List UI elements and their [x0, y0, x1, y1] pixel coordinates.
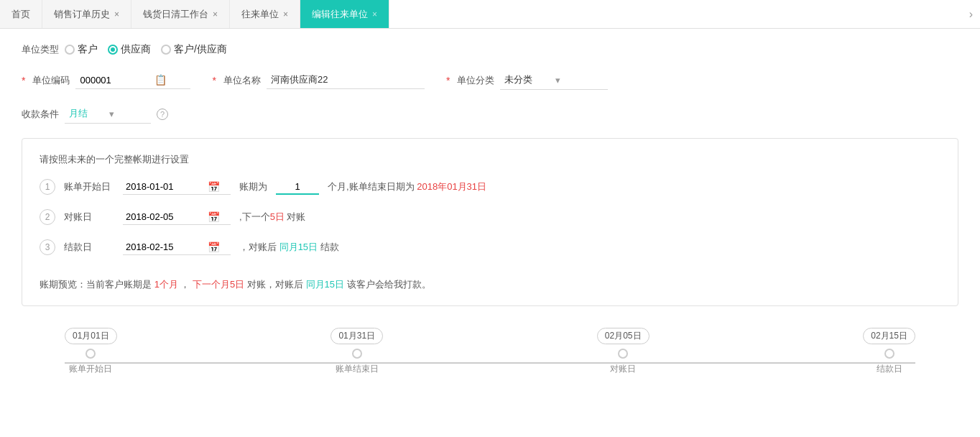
radio-customer-supplier-label: 客户/供应商: [174, 43, 227, 56]
main-content: 单位类型 客户 供应商 客户/供应商 * 单位编码: [0, 29, 980, 437]
preview-sep1: ，: [180, 279, 190, 290]
period-settings-section: 请按照未来的一个完整帐期进行设置 1 账单开始日 📅 账期为 个月,账单结束日期…: [22, 138, 958, 306]
step-1-period-input[interactable]: [276, 180, 319, 195]
step-2-calendar-icon[interactable]: 📅: [208, 211, 220, 223]
step-1-desc-before: 账期为: [239, 180, 267, 193]
unit-category-item: * 单位分类 未分类 ▾: [446, 70, 608, 90]
timeline-dot-3: [618, 349, 628, 359]
tab-more-button[interactable]: ›: [962, 0, 980, 28]
timeline-label-4: 结款日: [877, 363, 902, 375]
tab-cash-work[interactable]: 钱货日清工作台 ×: [131, 0, 230, 28]
unit-type-row: 单位类型 客户 供应商 客户/供应商: [22, 43, 958, 56]
tab-sales-history[interactable]: 销售订单历史 ×: [42, 0, 131, 28]
step-1-num: 1: [40, 179, 55, 195]
timeline-dot-2: [352, 349, 362, 359]
step-3-date-wrap: 📅: [123, 240, 231, 255]
timeline-dot-4: [884, 349, 895, 359]
unit-category-value: 未分类: [504, 73, 553, 86]
payment-term-chevron: ▾: [109, 109, 147, 119]
radio-supplier-circle: [108, 45, 118, 55]
tab-sales-history-label: 销售订单历史: [54, 8, 110, 21]
tabs-bar: 首页 销售订单历史 × 钱货日清工作台 × 往来单位 × 编辑往来单位 × ›: [0, 0, 980, 29]
timeline-label-2: 账单结束日: [336, 363, 379, 375]
radio-customer[interactable]: 客户: [65, 43, 98, 56]
unit-name-label: 单位名称: [223, 74, 261, 87]
timeline-line: [65, 362, 915, 364]
step-1-row: 1 账单开始日 📅 账期为 个月,账单结束日期为 2018年01月31日: [40, 179, 940, 195]
payment-term-help-icon[interactable]: ?: [157, 109, 168, 120]
timeline-node-4: 结款日 02月15日: [863, 328, 915, 375]
unit-name-item: * 单位名称: [212, 72, 424, 89]
timeline-node-3: 对账日 02月05日: [597, 328, 650, 375]
unit-category-select[interactable]: 未分类 ▾: [500, 70, 608, 90]
timeline-badge-3: 02月05日: [597, 328, 650, 344]
step-2-num: 2: [40, 209, 55, 225]
tab-cash-work-close[interactable]: ×: [213, 9, 218, 19]
unit-type-radio-group: 客户 供应商 客户/供应商: [65, 43, 227, 56]
step-3-row: 3 结款日 📅 ，对账后 同月15日 结款: [40, 239, 940, 255]
unit-type-label: 单位类型: [22, 43, 59, 56]
payment-term-item: 收款条件 月结 ▾ ?: [22, 104, 168, 124]
tab-edit-partner-label: 编辑往来单位: [312, 8, 368, 21]
timeline-node-2: 账单结束日 01月31日: [330, 328, 383, 375]
step-1-date-input[interactable]: [126, 181, 205, 192]
tab-partner[interactable]: 往来单位 ×: [230, 0, 300, 28]
timeline-nodes: 账单开始日 01月01日 账单结束日 01月31日 对账日 02月05日 结款日…: [50, 328, 930, 375]
step-3-date-input[interactable]: [126, 242, 205, 252]
preview-row: 账期预览：当前客户账期是 1个月 ， 下一个月5日 对账，对账后 同月15日 该…: [40, 270, 940, 291]
timeline-label-1: 账单开始日: [69, 363, 112, 375]
timeline-badge-4: 02月15日: [863, 328, 915, 344]
step-2-label: 对账日: [64, 211, 114, 224]
payment-term-select[interactable]: 月结 ▾: [65, 104, 151, 124]
preview-sep2: 对账，对账后: [247, 279, 306, 290]
step-3-desc: ，对账后 同月15日 结款: [239, 241, 339, 254]
unit-code-icon[interactable]: 📋: [154, 74, 167, 86]
payment-term-row: 收款条件 月结 ▾ ?: [22, 104, 958, 124]
payment-term-label: 收款条件: [22, 108, 59, 121]
step-2-date-wrap: 📅: [123, 210, 231, 225]
unit-name-input[interactable]: [267, 72, 425, 89]
preview-reconcile: 下一个月5日: [193, 279, 244, 290]
preview-label: 账期预览：当前客户账期是: [40, 279, 154, 290]
step-3-highlight: 同月15日: [279, 242, 318, 252]
radio-supplier[interactable]: 供应商: [108, 43, 151, 56]
unit-category-star: *: [446, 75, 450, 86]
unit-code-label: 单位编码: [32, 74, 70, 87]
unit-code-input[interactable]: [80, 75, 152, 86]
preview-period: 1个月: [154, 279, 178, 290]
step-1-label: 账单开始日: [64, 180, 114, 193]
unit-name-star: *: [212, 75, 216, 86]
unit-code-star: *: [22, 75, 25, 86]
unit-info-row: * 单位编码 📋 * 单位名称 * 单位分类 未分类 ▾: [22, 70, 958, 90]
step-3-calendar-icon[interactable]: 📅: [208, 242, 220, 253]
step-3-label: 结款日: [64, 241, 114, 254]
step-2-highlight: 5日: [270, 211, 285, 222]
tab-home[interactable]: 首页: [0, 0, 42, 28]
tab-home-label: 首页: [11, 8, 30, 21]
unit-category-label: 单位分类: [457, 74, 494, 87]
timeline-node-1: 账单开始日 01月01日: [65, 328, 117, 375]
tab-partner-label: 往来单位: [241, 8, 279, 21]
step-1-date-wrap: 📅: [123, 180, 231, 195]
tab-edit-partner-close[interactable]: ×: [372, 9, 377, 19]
tab-cash-work-label: 钱货日清工作台: [143, 8, 208, 21]
step-3-num: 3: [40, 239, 55, 255]
radio-customer-supplier[interactable]: 客户/供应商: [161, 43, 227, 56]
tab-sales-history-close[interactable]: ×: [114, 9, 119, 19]
timeline-label-3: 对账日: [610, 363, 636, 375]
timeline-badge-1: 01月01日: [65, 328, 117, 344]
unit-category-chevron: ▾: [555, 75, 604, 86]
unit-code-input-wrap: 📋: [75, 71, 190, 89]
step-2-date-input[interactable]: [126, 211, 205, 222]
timeline-dot-1: [85, 349, 96, 359]
radio-supplier-label: 供应商: [121, 43, 151, 56]
tab-edit-partner[interactable]: 编辑往来单位 ×: [300, 0, 389, 28]
timeline-badge-2: 01月31日: [330, 328, 383, 344]
step-1-desc-after: 个月,账单结束日期为 2018年01月31日: [328, 180, 486, 193]
unit-code-item: * 单位编码 📋: [22, 71, 190, 89]
radio-customer-circle: [65, 45, 75, 55]
step-1-calendar-icon[interactable]: 📅: [208, 181, 220, 193]
tab-partner-close[interactable]: ×: [283, 9, 288, 19]
preview-sep3: 该客户会给我打款。: [347, 279, 431, 290]
radio-customer-label: 客户: [78, 43, 98, 56]
